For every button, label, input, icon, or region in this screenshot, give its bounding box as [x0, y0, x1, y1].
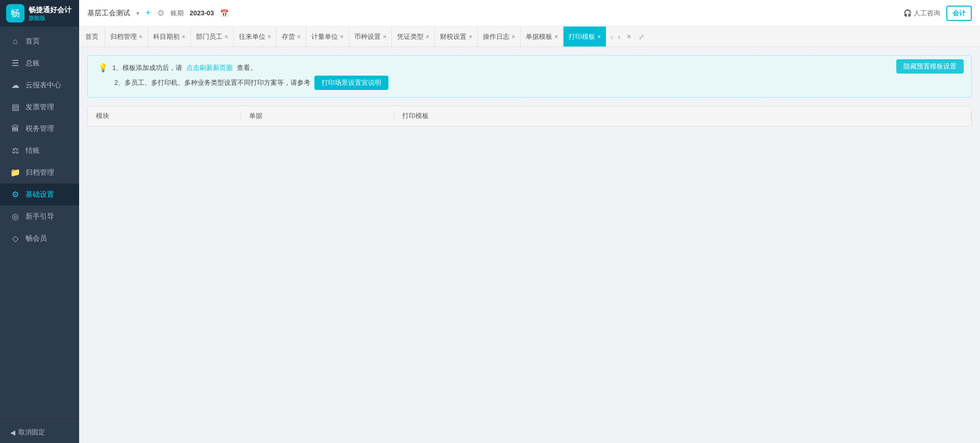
tab-partner[interactable]: 往来单位 ×	[234, 27, 277, 47]
tab-tax-settings-close[interactable]: ×	[469, 33, 472, 40]
logo-icon: 畅	[6, 4, 24, 22]
tab-voucher-type-close[interactable]: ×	[426, 33, 429, 40]
tab-unit-close[interactable]: ×	[340, 33, 344, 40]
company-name: 基层工会测试	[87, 9, 130, 18]
sidebar-item-label: 发票管理	[26, 103, 54, 112]
sidebar-item-archive[interactable]: 📁 归档管理	[0, 161, 79, 183]
sidebar-item-member[interactable]: ◇ 畅会员	[0, 227, 79, 249]
invoice-icon: ▤	[10, 102, 20, 112]
sidebar-item-label: 新手引导	[26, 212, 54, 221]
archive-icon: 📁	[10, 168, 20, 177]
tab-print-template[interactable]: 打印模板 ×	[564, 27, 606, 47]
print-scene-btn[interactable]: 打印场景设置宣说明	[314, 76, 388, 90]
sidebar-menu: ⌂ 首页 ☰ 总账 ☁ 云报表中心 ▤ 发票管理 🏛 税务管理 ⚖ 结账 📁 归…	[0, 27, 79, 421]
tab-print-template-close[interactable]: ×	[597, 33, 601, 40]
tab-inventory-close[interactable]: ×	[297, 33, 301, 40]
table-header: 模块 单据 打印模板	[87, 106, 972, 126]
settings-gear-icon[interactable]: ⚙	[157, 8, 164, 18]
headset-icon: 🎧	[903, 9, 912, 17]
tab-subject-init-label: 科目期初	[153, 32, 180, 41]
add-tab-button[interactable]: +	[145, 8, 151, 18]
logo: 畅 畅捷通好会计 旗舰版	[0, 0, 79, 27]
sidebar-item-settle[interactable]: ⚖ 结账	[0, 139, 79, 161]
tab-dept-staff-label: 部门员工	[196, 32, 223, 41]
tab-currency-close[interactable]: ×	[383, 33, 386, 40]
content-wrapper: 隐藏预置模板设置 💡 1、模板添加成功后，请 点击刷新新页面 查看。 2、多员工…	[87, 55, 972, 126]
tab-home[interactable]: 首页	[79, 27, 105, 47]
settings-icon: ⚙	[10, 190, 20, 199]
tab-tax-settings[interactable]: 财税设置 ×	[435, 27, 478, 47]
tab-inventory-label: 存货	[282, 32, 295, 41]
sidebar-item-invoice[interactable]: ▤ 发票管理	[0, 96, 79, 118]
sidebar-item-label: 基础设置	[26, 190, 54, 199]
tab-inventory[interactable]: 存货 ×	[277, 27, 306, 47]
company-dropdown-icon[interactable]: ▾	[136, 10, 139, 17]
tab-archive-mgmt-label: 归档管理	[110, 32, 137, 41]
tab-expand[interactable]: ⤢	[635, 33, 648, 41]
tab-currency-label: 币种设置	[354, 32, 381, 41]
tab-unit[interactable]: 计量单位 ×	[306, 27, 349, 47]
topbar-right: 🎧 人工咨询 会计	[903, 6, 972, 21]
hide-preview-button[interactable]: 隐藏预置模板设置	[896, 59, 964, 74]
logo-text: 畅捷通好会计 旗舰版	[29, 5, 71, 21]
tab-nav-next[interactable]: ›	[616, 32, 623, 42]
period-label: 账期	[170, 9, 184, 18]
bulb-icon: 💡	[98, 63, 108, 73]
sidebar-item-label: 畅会员	[26, 234, 47, 243]
tab-unit-label: 计量单位	[311, 32, 338, 41]
tab-voucher-type[interactable]: 凭证类型 ×	[392, 27, 435, 47]
tab-home-label: 首页	[85, 32, 99, 41]
tab-archive-mgmt[interactable]: 归档管理 ×	[105, 27, 148, 47]
sidebar-item-label: 税务管理	[26, 124, 54, 133]
info-line2-prefix: 2、多员工、多打印机、多种业务类型设置不同打印方案等，请参考	[114, 78, 310, 87]
sidebar-item-tax[interactable]: 🏛 税务管理	[0, 118, 79, 139]
reports-icon: ☁	[10, 80, 20, 90]
unpin-label: 取消固定	[18, 428, 45, 437]
sidebar-item-settings[interactable]: ⚙ 基础设置	[0, 183, 79, 205]
tab-nav-prev[interactable]: ‹	[608, 32, 615, 42]
col-single: 单据	[241, 111, 394, 121]
period-value: 2023-03	[190, 9, 214, 17]
tab-partner-label: 往来单位	[239, 32, 265, 41]
sidebar-item-ledger[interactable]: ☰ 总账	[0, 52, 79, 74]
sidebar-item-label: 结账	[26, 146, 40, 155]
sidebar-item-home[interactable]: ⌂ 首页	[0, 31, 79, 52]
tab-print-template-label: 打印模板	[569, 32, 595, 41]
tab-archive-mgmt-close[interactable]: ×	[139, 33, 142, 40]
tabbar: 首页 归档管理 × 科目期初 × 部门员工 × 往来单位 × 存货 × 计量单位…	[79, 27, 980, 47]
help-button[interactable]: 🎧 人工咨询	[903, 9, 940, 18]
settle-icon: ⚖	[10, 146, 20, 155]
unpin-icon: ◀	[10, 429, 15, 436]
sidebar-item-label: 归档管理	[26, 168, 54, 177]
logo-sub: 旗舰版	[29, 14, 71, 21]
sidebar-item-reports[interactable]: ☁ 云报表中心	[0, 74, 79, 96]
info-line1-link[interactable]: 点击刷新新页面	[186, 63, 233, 73]
tab-op-log-close[interactable]: ×	[511, 33, 515, 40]
unpin-button[interactable]: ◀ 取消固定	[0, 421, 79, 443]
tabbar-nav: ‹ › × ⤢	[606, 32, 650, 42]
tab-partner-close[interactable]: ×	[267, 33, 271, 40]
tab-single-template-close[interactable]: ×	[554, 33, 558, 40]
tab-close-all[interactable]: ×	[624, 32, 634, 41]
tab-op-log[interactable]: 操作日志 ×	[478, 27, 521, 47]
tab-op-log-label: 操作日志	[483, 32, 509, 41]
sidebar-item-label: 首页	[26, 37, 40, 46]
ledger-icon: ☰	[10, 58, 20, 68]
home-icon: ⌂	[10, 37, 20, 46]
tab-single-template-label: 单据模板	[526, 32, 552, 41]
calendar-icon[interactable]: 📅	[220, 9, 229, 17]
tab-subject-init-close[interactable]: ×	[182, 33, 185, 40]
info-line1-suffix: 查看。	[237, 63, 257, 73]
tab-currency[interactable]: 币种设置 ×	[349, 27, 392, 47]
topbar: 基层工会测试 ▾ + ⚙ 账期 2023-03 📅 🎧 人工咨询 会计	[79, 0, 980, 27]
guide-icon: ◎	[10, 212, 20, 221]
sidebar-item-guide[interactable]: ◎ 新手引导	[0, 205, 79, 227]
tab-subject-init[interactable]: 科目期初 ×	[148, 27, 191, 47]
tab-dept-staff-close[interactable]: ×	[225, 33, 228, 40]
tab-single-template[interactable]: 单据模板 ×	[521, 27, 564, 47]
account-button[interactable]: 会计	[946, 6, 972, 21]
tab-voucher-type-label: 凭证类型	[397, 32, 424, 41]
tax-icon: 🏛	[10, 124, 20, 133]
tab-dept-staff[interactable]: 部门员工 ×	[191, 27, 234, 47]
main-area: 基层工会测试 ▾ + ⚙ 账期 2023-03 📅 🎧 人工咨询 会计 首页 归…	[79, 0, 980, 443]
